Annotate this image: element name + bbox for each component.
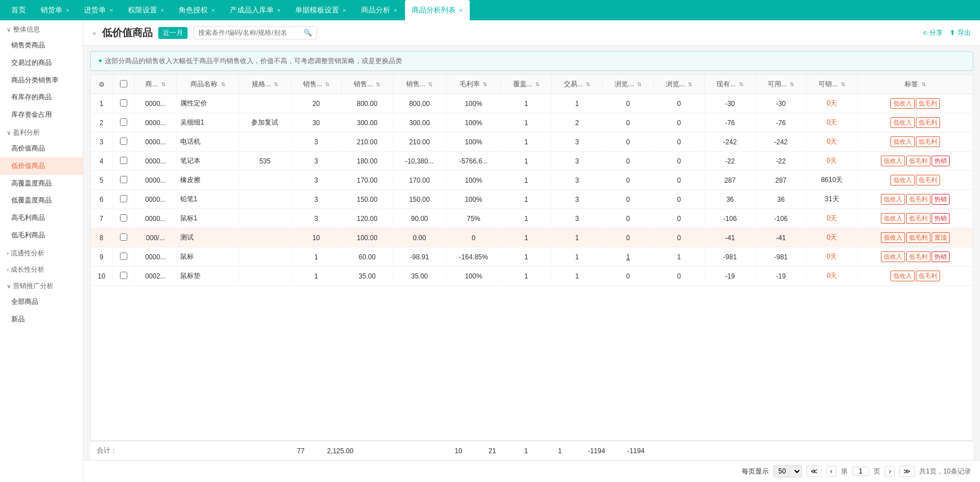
nav-purchase-order[interactable]: 进货单 × — [77, 0, 119, 20]
table-container[interactable]: ⚙ 商... ⇅ 商品名称 ⇅ 规格... ⇅ 销售... ⇅ 销售... ⇅ … — [90, 74, 973, 441]
sidebar-group-profit[interactable]: ∨ 盈利分析 — [0, 123, 83, 140]
cell-checkbox[interactable] — [113, 171, 135, 190]
next-page-btn[interactable]: › — [885, 466, 895, 477]
sidebar-item-high-margin[interactable]: 高毛利商品 — [0, 209, 83, 227]
col-margin[interactable]: 毛利率 ⇅ — [447, 75, 501, 94]
nav-role-auth[interactable]: 角色授权 × — [172, 0, 221, 20]
cell-view1[interactable]: 0 — [603, 132, 653, 152]
col-view2[interactable]: 浏览... ⇅ — [653, 75, 704, 94]
sidebar-item-low-coverage[interactable]: 低覆盖度商品 — [0, 192, 83, 209]
cell-checkbox[interactable] — [113, 228, 135, 247]
share-button[interactable]: ⎋ 分享 — [923, 28, 943, 38]
sidebar-item-low-margin[interactable]: 低毛利商品 — [0, 227, 83, 244]
col-settings[interactable]: ⚙ — [91, 75, 113, 94]
col-sale-amt2[interactable]: 销售... ⇅ — [393, 75, 447, 94]
cell-tags: 低收入低毛利 — [857, 94, 973, 113]
nav-sales-order[interactable]: 销货单 × — [34, 0, 76, 20]
cell-coverage: 1 — [501, 247, 551, 267]
nav-product-in[interactable]: 产成品入库单 × — [223, 0, 287, 20]
col-saleable[interactable]: 可销... ⇅ — [807, 75, 857, 94]
sidebar-item-traded-products[interactable]: 交易过的商品 — [0, 54, 83, 72]
sidebar-group-circulation[interactable]: › 流通性分析 — [0, 244, 83, 260]
row-checkbox[interactable] — [120, 214, 127, 222]
close-icon[interactable]: × — [277, 7, 280, 14]
col-available[interactable]: 可用... ⇅ — [755, 75, 806, 94]
col-code[interactable]: 商... ⇅ — [135, 75, 177, 94]
col-checkbox[interactable] — [113, 75, 135, 94]
col-sale-qty[interactable]: 销售... ⇅ — [291, 75, 341, 94]
nav-permission[interactable]: 权限设置 × — [121, 0, 171, 20]
search-input[interactable] — [198, 29, 301, 37]
col-spec[interactable]: 规格... ⇅ — [239, 75, 291, 94]
col-sale-amt[interactable]: 销售... ⇅ — [342, 75, 393, 94]
search-icon[interactable]: 🔍 — [304, 29, 312, 37]
cell-checkbox[interactable] — [113, 267, 135, 286]
row-checkbox[interactable] — [120, 233, 127, 241]
row-checkbox[interactable] — [120, 99, 127, 107]
sidebar-item-new-products[interactable]: 新品 — [0, 311, 83, 328]
sidebar-item-category-sales-rate[interactable]: 商品分类销售率 — [0, 72, 83, 89]
cell-view1[interactable]: 1 — [603, 247, 653, 267]
sidebar-item-high-coverage[interactable]: 高覆盖度商品 — [0, 175, 83, 192]
cell-checkbox[interactable] — [113, 132, 135, 152]
sidebar-group-marketing[interactable]: ∨ 营销推广分析 — [0, 277, 83, 293]
close-icon[interactable]: × — [66, 7, 69, 14]
col-current[interactable]: 现有... ⇅ — [705, 75, 755, 94]
cell-checkbox[interactable] — [113, 113, 135, 132]
cell-checkbox[interactable] — [113, 190, 135, 209]
cell-view1[interactable]: 0 — [603, 94, 653, 113]
sidebar-item-low-value[interactable]: 低价值商品 — [0, 157, 83, 175]
cell-checkbox[interactable] — [113, 94, 135, 113]
first-page-btn[interactable]: ≪ — [807, 466, 822, 477]
cell-view1[interactable]: 0 — [603, 171, 653, 190]
col-tags[interactable]: 标签 ⇅ — [857, 75, 973, 94]
close-icon[interactable]: × — [211, 7, 215, 14]
row-checkbox[interactable] — [120, 118, 127, 126]
cell-checkbox[interactable] — [113, 247, 135, 267]
cell-tags: 低收入低毛利 — [857, 267, 973, 286]
close-icon[interactable]: × — [459, 7, 462, 14]
prev-page-btn[interactable]: ‹ — [826, 466, 836, 477]
sidebar-collapse-btn[interactable]: « — [92, 29, 96, 37]
close-icon[interactable]: × — [342, 7, 346, 14]
col-name[interactable]: 商品名称 ⇅ — [176, 75, 239, 94]
cell-view1[interactable]: 0 — [603, 190, 653, 209]
cell-checkbox[interactable] — [113, 152, 135, 171]
last-page-btn[interactable]: ≫ — [899, 466, 915, 477]
row-checkbox[interactable] — [120, 272, 127, 279]
row-checkbox[interactable] — [120, 195, 127, 202]
sidebar-item-all-products[interactable]: 全部商品 — [0, 293, 83, 311]
sidebar-item-high-value[interactable]: 高价值商品 — [0, 140, 83, 157]
col-trade[interactable]: 交易... ⇅ — [551, 75, 602, 94]
filter-tag[interactable]: 近一月 — [158, 27, 188, 39]
cell-view1[interactable]: 0 — [603, 152, 653, 171]
row-checkbox[interactable] — [120, 176, 127, 183]
cell-view1[interactable]: 0 — [603, 209, 653, 228]
page-number-input[interactable] — [852, 467, 869, 476]
close-icon[interactable]: × — [109, 7, 113, 14]
sidebar-item-sales-products[interactable]: 销售类商品 — [0, 37, 83, 54]
row-checkbox[interactable] — [120, 138, 127, 145]
nav-home[interactable]: 首页 — [5, 0, 33, 20]
row-checkbox[interactable] — [120, 157, 127, 164]
cell-view1[interactable]: 0 — [603, 228, 653, 247]
export-button[interactable]: ⬆ 导出 — [950, 28, 971, 38]
sidebar-group-growth[interactable]: › 成长性分析 — [0, 260, 83, 277]
cell-checkbox[interactable] — [113, 209, 135, 228]
tag-badge: 低收入 — [890, 175, 915, 185]
cell-view1[interactable]: 0 — [603, 113, 653, 132]
sidebar-item-stock-products[interactable]: 有库存的商品 — [0, 89, 83, 106]
sidebar-group-overview[interactable]: ∨ 整体信息 — [0, 20, 83, 37]
nav-template[interactable]: 单据模板设置 × — [288, 0, 353, 20]
col-coverage[interactable]: 覆盖... ⇅ — [501, 75, 551, 94]
close-icon[interactable]: × — [394, 7, 397, 14]
close-icon[interactable]: × — [161, 7, 164, 14]
nav-product-analysis-list[interactable]: 商品分析列表 × — [405, 0, 469, 20]
page-size-select[interactable]: 50 100 200 — [773, 465, 802, 477]
select-all-checkbox[interactable] — [120, 80, 127, 87]
nav-product-analysis[interactable]: 商品分析 × — [354, 0, 404, 20]
cell-view1[interactable]: 0 — [603, 267, 653, 286]
sidebar-item-inventory-capital[interactable]: 库存资金占用 — [0, 106, 83, 123]
row-checkbox[interactable] — [120, 253, 127, 260]
col-view1[interactable]: 浏览... ⇅ — [603, 75, 653, 94]
